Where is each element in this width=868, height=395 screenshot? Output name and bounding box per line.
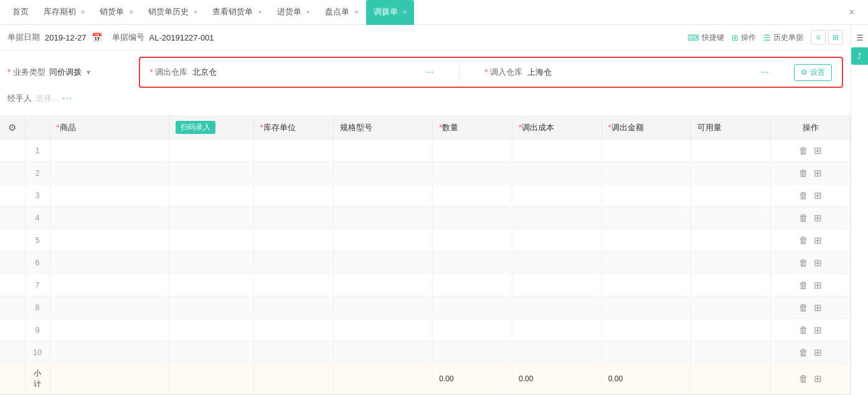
row-product-3[interactable] [50,184,169,207]
number-label: 单据编号 [112,32,144,43]
setting-button[interactable]: ⚙ 设置 [794,64,832,81]
layout-list-button[interactable]: ≡ [811,30,826,45]
row-product-10[interactable] [50,341,169,364]
tab-sales-history-close[interactable]: × [194,8,197,16]
row-4-copy-icon[interactable]: ⊞ [814,212,822,223]
row-product-1[interactable] [50,140,169,162]
row-spec-5 [333,229,433,252]
business-type-select[interactable]: 同价调拨 ▼ [49,67,124,78]
row-3-delete-icon[interactable]: 🗑 [799,190,808,201]
row-cost-7 [512,274,602,297]
source-warehouse-more-icon[interactable]: ··· [426,67,434,78]
right-sidebar: ☰ ⤴ [851,25,868,395]
table-row: 1 🗑 ⊞ [0,140,851,162]
handler-field: 经手人 选择... ··· [7,93,72,104]
row-6-delete-icon[interactable]: 🗑 [799,257,808,268]
row-10-delete-icon[interactable]: 🗑 [799,347,808,358]
row-8-delete-icon[interactable]: 🗑 [799,302,808,313]
tab-sales-history[interactable]: 销货单历史 × [141,0,205,25]
action-button[interactable]: ⊞ 操作 [732,32,756,43]
row-qty-1[interactable] [433,140,512,162]
tab-home[interactable]: 首页 [5,0,36,25]
row-5-delete-icon[interactable]: 🗑 [799,235,808,245]
row-num-7: 7 [25,274,50,297]
form-section: 业务类型 同价调拨 ▼ 调出仓库 北京仓 ··· 调入仓库 上海仓 ··· [0,50,851,116]
history-button[interactable]: ☰ 历史单据 [763,32,803,43]
row-qty-5[interactable] [433,229,512,252]
tab-sales-order[interactable]: 销货单 × [92,0,140,25]
row-copy-icon[interactable]: ⊞ [814,373,822,384]
row-qty-6[interactable] [433,252,512,274]
handler-select[interactable]: 选择... [35,93,59,104]
tab-init-inventory[interactable]: 库存期初 × [36,0,92,25]
row-7-copy-icon[interactable]: ⊞ [814,280,822,290]
tab-inventory-label: 盘点单 [325,6,349,17]
row-qty-9[interactable] [433,319,512,341]
table-gear-icon[interactable]: ⚙ [8,122,16,133]
row-2-copy-icon[interactable]: ⊞ [814,168,822,178]
tab-inventory-close[interactable]: × [354,8,358,16]
tab-sales-order-close[interactable]: × [129,8,133,16]
col-qty-label: 数量 [442,123,458,132]
row-4-delete-icon[interactable]: 🗑 [799,212,808,223]
row-qty-2[interactable] [433,162,512,184]
row-8-copy-icon[interactable]: ⊞ [814,302,822,313]
subtotal-product [50,364,169,394]
row-product-4[interactable] [50,207,169,229]
subtotal-avail [691,364,771,394]
row-9-copy-icon[interactable]: ⊞ [814,325,822,335]
tab-purchase-order-close[interactable]: × [306,8,310,16]
row-qty-10[interactable] [433,341,512,364]
window-close-button[interactable]: × [843,4,861,21]
row-product-2[interactable] [50,162,169,184]
tab-inventory[interactable]: 盘点单 × [318,0,366,25]
row-num-6: 6 [25,252,50,274]
row-6-copy-icon[interactable]: ⊞ [814,257,822,268]
tab-transfer[interactable]: 调拨单 × [366,0,414,25]
row-product-9[interactable] [50,319,169,341]
tab-transfer-close[interactable]: × [403,8,407,16]
handler-more-icon[interactable]: ··· [62,93,72,104]
row-qty-4[interactable] [433,207,512,229]
row-scan-8 [169,297,254,319]
layout-grid-button[interactable]: ⊞ [828,30,843,45]
row-qty-3[interactable] [433,184,512,207]
tab-init-inventory-close[interactable]: × [81,8,85,16]
action-label: 操作 [741,32,756,43]
tab-purchase-order[interactable]: 进货单 × [270,0,318,25]
row-1-copy-icon[interactable]: ⊞ [814,145,822,156]
row-qty-8[interactable] [433,297,512,319]
row-ops-7: 🗑 ⊞ [771,274,851,297]
row-spec-7 [333,274,433,297]
row-gear-2 [0,162,25,184]
shortcut-icon: ⌨ [687,33,699,42]
calendar-icon[interactable]: 📅 [92,32,102,42]
target-warehouse-more-icon[interactable]: ··· [761,67,769,78]
row-7-delete-icon[interactable]: 🗑 [799,280,808,290]
row-product-7[interactable] [50,274,169,297]
row-product-8[interactable] [50,297,169,319]
target-warehouse-value: 上海仓 [527,67,552,78]
subtotal-rownum: 小计 [25,364,50,394]
row-5-copy-icon[interactable]: ⊞ [814,235,822,245]
row-avail-1 [691,140,771,162]
table-row: 3 🗑 ⊞ [0,184,851,207]
shortcut-button[interactable]: ⌨ 快捷键 [687,32,724,43]
row-qty-7[interactable] [433,274,512,297]
row-product-5[interactable] [50,229,169,252]
tab-view-sales-close[interactable]: × [258,8,262,16]
row-2-delete-icon[interactable]: 🗑 [799,168,808,178]
row-amount-2 [601,162,691,184]
row-10-copy-icon[interactable]: ⊞ [814,347,822,358]
row-9-delete-icon[interactable]: 🗑 [799,325,808,335]
row-delete-icon[interactable]: 🗑 [799,373,808,384]
sidebar-list-button[interactable]: ☰ [852,30,867,45]
row-unit-2 [253,162,333,184]
tab-view-sales[interactable]: 查看销货单 × [205,0,269,25]
sidebar-export-button[interactable]: ⤴ [851,47,869,65]
row-unit-1 [253,140,333,162]
row-1-delete-icon[interactable]: 🗑 [799,145,808,156]
row-3-copy-icon[interactable]: ⊞ [814,190,822,201]
row-product-6[interactable] [50,252,169,274]
scan-button[interactable]: 扫码录入 [176,121,215,134]
